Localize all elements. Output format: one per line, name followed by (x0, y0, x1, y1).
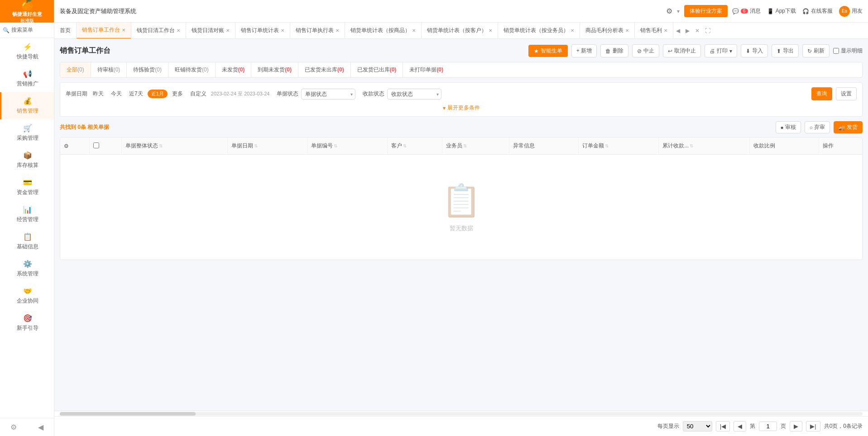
th-label-date[interactable]: 单据日期 (231, 142, 304, 150)
tab-close-sales-exec[interactable]: ✕ (336, 28, 339, 33)
smart-create-btn[interactable]: ★ 智能生单 (528, 45, 568, 57)
th-label-customer[interactable]: 客户 (391, 142, 438, 150)
tab-close-sales-summary-product[interactable]: ✕ (412, 28, 416, 33)
sidebar-item-enterprise[interactable]: 🤝企业协同 (0, 282, 54, 309)
sidebar-item-base-info[interactable]: 📋基础信息 (0, 228, 54, 255)
date-opt-1month[interactable]: 近1月 (148, 90, 168, 98)
filter-tab-shipped-not-out[interactable]: 已发货未出库(0) (298, 62, 351, 77)
th-date[interactable]: 单据日期 (227, 137, 307, 155)
tab-home[interactable]: 首页 (54, 23, 77, 39)
payment-select[interactable]: 收款状态 (387, 89, 441, 100)
tab-close-sales-profit[interactable]: ✕ (664, 28, 667, 33)
sidebar-search[interactable]: 🔍 搜索菜单 (0, 23, 54, 38)
sidebar-collapse-btn[interactable]: ◀ (38, 423, 43, 431)
th-label-amount[interactable]: 订单金额 (582, 142, 655, 150)
page-first-btn[interactable]: |◀ (716, 421, 730, 431)
scrollbar-thumb[interactable] (60, 412, 196, 416)
th-received[interactable]: 累计收款... (659, 137, 749, 155)
sidebar-item-inventory[interactable]: 📦库存核算 (0, 147, 54, 174)
tab-close-sales-summary-customer[interactable]: ✕ (489, 28, 492, 33)
import-btn[interactable]: ⬇ 导入 (741, 44, 768, 57)
tab-sales-summary-staff[interactable]: 销货单统计表（按业务员）✕ (498, 23, 580, 39)
tab-sales-workbench[interactable]: 销售订单工作台✕ (77, 23, 131, 39)
table-settings-icon[interactable]: ⚙ (64, 143, 69, 149)
date-opt-today[interactable]: 今天 (108, 89, 125, 99)
show-detail-label[interactable]: 显示明细 (833, 47, 863, 55)
filter-tab-shipped-out[interactable]: 已发货已出库(0) (351, 62, 403, 77)
select-all-checkbox[interactable] (93, 142, 99, 148)
review-btn[interactable]: ● 审核 (776, 121, 801, 133)
sidebar-settings-btn[interactable]: ⚙ (10, 423, 17, 431)
tab-close-cash-reconcile[interactable]: ✕ (226, 28, 230, 33)
settings-btn[interactable]: 设置 (836, 87, 857, 100)
tab-sales-stats[interactable]: 销售订单统计表✕ (235, 23, 290, 39)
th-customer[interactable]: 客户 (388, 137, 442, 155)
sidebar-item-system[interactable]: ⚙️系统管理 (0, 255, 54, 282)
tab-sales-summary-product[interactable]: 销货单统计表（按商品）✕ (345, 23, 422, 39)
th-status[interactable]: 单据整体状态 (122, 137, 227, 155)
th-label-status[interactable]: 单据整体状态 (125, 142, 223, 150)
date-opt-yesterday[interactable]: 昨天 (90, 89, 106, 99)
tab-close-sales-stats[interactable]: ✕ (281, 28, 284, 33)
filter-tab-pending-review[interactable]: 待审核(0) (91, 62, 127, 77)
print-btn[interactable]: 🖨 打印 ▾ (705, 44, 737, 57)
date-opt-more[interactable]: 更多 (169, 89, 186, 99)
sidebar-item-quick-nav[interactable]: ⚡快捷导航 (0, 38, 54, 65)
tab-close-sales-workbench[interactable]: ✕ (122, 28, 125, 33)
tab-cash-reconcile[interactable]: 钱货日清对账✕ (186, 23, 235, 39)
topbar-online-service[interactable]: 🎧 在线客服 (802, 7, 833, 15)
filter-tab-unprinted[interactable]: 未打印单据(0) (403, 62, 450, 77)
date-opt-7days[interactable]: 近7天 (126, 89, 146, 99)
th-amount[interactable]: 订单金额 (579, 137, 659, 155)
tab-sales-exec[interactable]: 销售订单执行表✕ (290, 23, 345, 39)
tab-fullscreen-btn[interactable]: ⛶ (702, 28, 713, 34)
tab-sales-summary-customer[interactable]: 销货单统计表（按客户）✕ (422, 23, 498, 39)
sidebar-item-purchase[interactable]: 🛒采购管理 (0, 119, 54, 147)
new-btn[interactable]: + 新增 (571, 44, 597, 57)
query-btn[interactable]: 查询 (811, 87, 832, 100)
page-last-btn[interactable]: ▶| (806, 421, 820, 431)
th-label-staff[interactable]: 业务员 (446, 142, 506, 150)
export-btn[interactable]: ⬆ 导出 (772, 44, 799, 57)
th-number[interactable]: 单据编号 (307, 137, 388, 155)
status-select[interactable]: 单据状态 (301, 89, 355, 100)
expand-conditions-btn[interactable]: ▾ 展开更多条件 (443, 104, 480, 112)
cancel-stop-btn[interactable]: ↩ 取消中止 (663, 44, 701, 57)
industry-solution-btn[interactable]: 体验行业方案 (684, 5, 728, 17)
unreviewed-btn[interactable]: ○ 弃审 (805, 121, 830, 133)
sidebar-item-operations[interactable]: 📊经营管理 (0, 201, 54, 228)
tab-close-all-btn[interactable]: ✕ (692, 28, 702, 34)
sidebar-item-finance[interactable]: 💳资金管理 (0, 174, 54, 201)
filter-tab-all[interactable]: 全部(0) (60, 62, 91, 77)
filter-tab-pending-check[interactable]: 待拣验货(0) (127, 62, 168, 77)
show-detail-checkbox[interactable] (833, 48, 839, 54)
tab-close-sales-summary-staff[interactable]: ✕ (571, 28, 574, 33)
tab-close-gross-margin[interactable]: ✕ (625, 28, 629, 33)
th-label-received[interactable]: 累计收款... (662, 142, 745, 150)
th-label-number[interactable]: 单据编号 (311, 142, 384, 150)
topbar-user[interactable]: Ea 用友 (839, 6, 863, 17)
page-prev-btn[interactable]: ◀ (734, 421, 746, 431)
stop-btn[interactable]: ⊘ 中止 (632, 44, 659, 57)
refresh-btn[interactable]: ↻ 刷新 (802, 44, 830, 57)
tab-prev-btn[interactable]: ◀ (673, 28, 683, 34)
tab-gross-margin[interactable]: 商品毛利分析表✕ (580, 23, 635, 39)
sidebar-item-guide[interactable]: 🎯新手引导 (0, 309, 54, 336)
topbar-dropdown-icon[interactable]: ▾ (677, 8, 680, 14)
tab-cash-daily[interactable]: 钱货日清工作台✕ (131, 23, 186, 39)
tab-next-btn[interactable]: ▶ (683, 28, 692, 34)
topbar-settings-icon[interactable]: ⚙ (666, 7, 672, 15)
filter-tab-overdue-unshipped[interactable]: 到期未发货(0) (251, 62, 298, 77)
page-number-input[interactable] (759, 422, 777, 431)
tab-close-cash-daily[interactable]: ✕ (177, 28, 180, 33)
filter-tab-wangpu-ship[interactable]: 旺铺待发货(0) (168, 62, 216, 77)
topbar-message[interactable]: 💬 6 消息 (732, 7, 761, 15)
sidebar-item-sales[interactable]: 💰销售管理 (0, 92, 54, 119)
per-page-select[interactable]: 50 10 20 100 (683, 421, 712, 431)
topbar-app-download[interactable]: 📱 App下载 (767, 7, 796, 15)
filter-tab-unshipped[interactable]: 未发货(0) (216, 62, 252, 77)
tab-sales-profit[interactable]: 销售毛利✕ (635, 23, 673, 39)
delete-btn[interactable]: 🗑 删除 (600, 44, 628, 57)
sidebar-item-marketing[interactable]: 📢营销推广 (0, 65, 54, 92)
page-next-btn[interactable]: ▶ (790, 421, 802, 431)
